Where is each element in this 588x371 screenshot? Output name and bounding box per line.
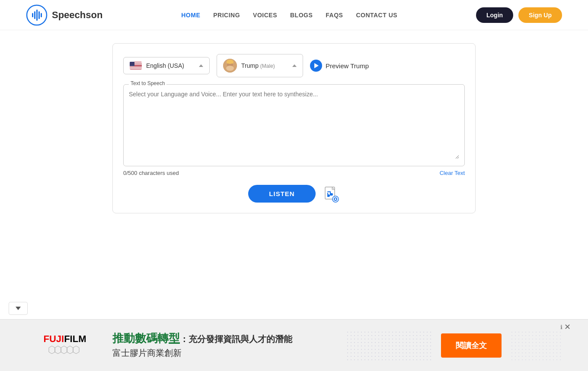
nav-faqs[interactable]: FAQS bbox=[326, 12, 343, 19]
svg-rect-10 bbox=[227, 62, 233, 63]
nav-pricing[interactable]: PRICING bbox=[213, 12, 240, 19]
brand-name: Speechson bbox=[52, 10, 102, 21]
svg-rect-16 bbox=[327, 191, 331, 192]
language-select[interactable]: English (USA) bbox=[123, 57, 210, 74]
svg-rect-4 bbox=[38, 11, 40, 19]
music-file-icon bbox=[323, 185, 340, 203]
preview-play-icon bbox=[310, 60, 322, 72]
svg-rect-1 bbox=[32, 13, 33, 17]
voice-name: Trump (Male) bbox=[241, 62, 275, 69]
voice-select[interactable]: Trump (Male) bbox=[217, 54, 303, 77]
login-button[interactable]: Login bbox=[476, 7, 513, 23]
textarea-label: Text to Speech bbox=[129, 80, 166, 86]
svg-rect-5 bbox=[41, 13, 42, 17]
svg-rect-15 bbox=[327, 193, 328, 197]
listen-row: LISTEN bbox=[123, 185, 465, 203]
main-content: English (USA) bbox=[0, 30, 588, 226]
controls-row: English (USA) bbox=[123, 54, 465, 77]
nav-contact[interactable]: CONTACT US bbox=[356, 12, 397, 19]
preview-label: Preview Trump bbox=[326, 62, 369, 70]
nav-voices[interactable]: VOICES bbox=[253, 12, 277, 19]
svg-point-19 bbox=[335, 198, 336, 200]
language-label: English (USA) bbox=[146, 62, 184, 69]
voice-avatar bbox=[223, 59, 237, 73]
us-flag-icon bbox=[130, 62, 142, 70]
clear-text-button[interactable]: Clear Text bbox=[440, 170, 465, 176]
textarea-wrapper: Text to Speech bbox=[123, 84, 465, 166]
svg-rect-3 bbox=[36, 10, 38, 21]
nav-links: HOME PRICING VOICES BLOGS FAQS CONTACT U… bbox=[181, 11, 397, 19]
brand-logo[interactable]: Speechson bbox=[26, 4, 102, 26]
language-chevron-up-icon bbox=[199, 64, 203, 67]
char-count-row: 0/500 characters used Clear Text bbox=[123, 170, 465, 176]
nav-home[interactable]: HOME bbox=[181, 12, 200, 19]
navbar: Speechson HOME PRICING VOICES BLOGS FAQS… bbox=[0, 0, 588, 30]
voice-chevron-up-icon bbox=[292, 64, 297, 67]
char-count: 0/500 characters used bbox=[123, 170, 179, 176]
svg-point-8 bbox=[226, 66, 234, 71]
logo-icon bbox=[26, 4, 48, 26]
tts-card: English (USA) bbox=[112, 43, 476, 213]
nav-blogs[interactable]: BLOGS bbox=[290, 12, 313, 19]
signup-button[interactable]: Sign Up bbox=[518, 7, 562, 23]
listen-button[interactable]: LISTEN bbox=[248, 185, 315, 203]
tts-textarea[interactable] bbox=[129, 90, 459, 159]
preview-trump-button[interactable]: Preview Trump bbox=[310, 55, 369, 76]
nav-auth-buttons: Login Sign Up bbox=[476, 7, 562, 23]
svg-rect-2 bbox=[34, 11, 35, 19]
